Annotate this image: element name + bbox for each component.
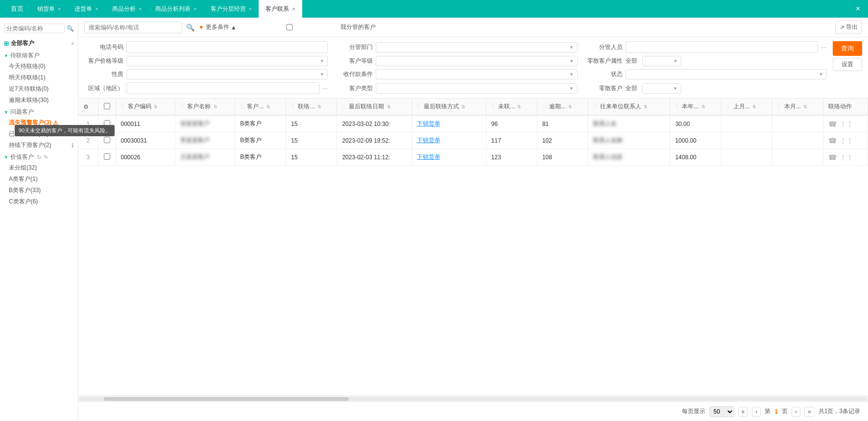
th-unit-contact[interactable]: :: 往来单位联系人 ⇅ xyxy=(588,99,670,115)
nature-select[interactable]: ▼ xyxy=(126,69,328,79)
nav-home[interactable]: 首页 xyxy=(4,0,30,18)
sidebar-item-class-c[interactable]: C类客户(6) xyxy=(0,196,78,207)
sort-icon-overdue: ⇅ xyxy=(568,104,572,109)
sort-icon-name: ⇅ xyxy=(214,104,217,109)
region-input[interactable] xyxy=(126,82,319,94)
row-method-1[interactable]: 下销货单 xyxy=(411,115,486,132)
contact-icon-2[interactable]: ☎ xyxy=(828,137,837,145)
status-select[interactable]: ▼ xyxy=(626,69,827,79)
nav-customer-contact[interactable]: 客户联系 × xyxy=(259,0,302,18)
row-method-3[interactable]: 下销货单 xyxy=(411,149,486,166)
customer-type-select[interactable]: ▼ xyxy=(376,83,577,94)
sidebar-item-7days[interactable]: 近7天待联络(0) xyxy=(0,83,78,95)
th-uncontacted[interactable]: :: 未联... ⇅ xyxy=(486,99,537,115)
more-conditions-button[interactable]: ▼ 更多条件 ▲ xyxy=(198,23,237,31)
th-name[interactable]: :: 客户名称 ⇅ xyxy=(175,99,235,115)
th-this-month[interactable]: :: 本月... ⇅ xyxy=(772,99,823,115)
retail-customer-select[interactable]: ▼ xyxy=(642,83,681,94)
problem-customer-group[interactable]: ▼ 问题客户 xyxy=(0,106,78,117)
more-actions-icon-3[interactable]: ⋮⋮ xyxy=(840,153,853,161)
my-customers-check[interactable] xyxy=(241,24,338,30)
close-sales-tab[interactable]: × xyxy=(58,6,61,12)
search-button[interactable]: 🔍 xyxy=(186,24,194,31)
all-customers-header[interactable]: ⊞ 全部客户 « xyxy=(0,37,78,50)
close-product-list-tab[interactable]: × xyxy=(193,6,196,12)
value-customer-group[interactable]: ▼ 价值客户 ↻ ✎ xyxy=(0,151,78,162)
close-customer-tier-tab[interactable]: × xyxy=(249,6,252,12)
retail-attr-select[interactable]: ▼ xyxy=(642,56,681,66)
more-actions-icon-1[interactable]: ⋮⋮ xyxy=(840,120,853,128)
triangle-down-icon2: ▼ xyxy=(4,110,8,115)
more-actions-icon-2[interactable]: ⋮⋮ xyxy=(840,137,853,145)
horizontal-scrollbar[interactable] xyxy=(78,396,868,401)
setting-button[interactable]: 设置 xyxy=(833,58,862,71)
first-page-button[interactable]: « xyxy=(738,407,748,417)
row-year-3: 1408.00 xyxy=(670,149,721,166)
region-more-icon[interactable]: ··· xyxy=(322,84,328,92)
row-method-2[interactable]: 下销货单 xyxy=(411,132,486,149)
sidebar-item-class-b[interactable]: B类客户(33) xyxy=(0,185,78,196)
customer-tier-select[interactable]: ▼ xyxy=(376,56,577,66)
th-checkbox[interactable] xyxy=(98,99,116,115)
sidebar-item-today[interactable]: 今天待联络(0) xyxy=(0,61,78,72)
close-customer-contact-tab[interactable]: × xyxy=(292,6,295,12)
close-all-button[interactable]: × xyxy=(852,4,864,13)
col-drag-icon10: :: xyxy=(675,103,678,110)
payment-select[interactable]: ▼ xyxy=(376,69,577,79)
last-page-button[interactable]: » xyxy=(804,407,815,417)
nav-customer-tier[interactable]: 客户分层经营 × xyxy=(204,0,259,18)
th-last-method[interactable]: :: 最后联络方式 ⇅ xyxy=(411,99,486,115)
payment-label: 收付款条件 xyxy=(334,70,373,78)
close-product-analysis-tab[interactable]: × xyxy=(139,6,142,12)
th-last-date[interactable]: :: 最后联络日期 ⇅ xyxy=(337,99,411,115)
sidebar-item-class-a[interactable]: A类客户(1) xyxy=(0,173,78,185)
phone-input[interactable] xyxy=(126,41,328,53)
my-customers-checkbox[interactable]: 我分管的客户 xyxy=(241,23,376,31)
prev-page-button[interactable]: ‹ xyxy=(752,407,761,417)
row-checkbox-3[interactable] xyxy=(98,149,116,166)
next-page-button[interactable]: › xyxy=(792,407,800,417)
per-page-select[interactable]: 50 100 200 xyxy=(709,406,734,417)
refresh-icon[interactable]: ↻ xyxy=(37,154,42,161)
collapse-sidebar-icon[interactable]: « xyxy=(71,41,74,46)
sidebar-item-overdue[interactable]: 逾期未联络(30) xyxy=(0,95,78,106)
status-arrow-icon: ▼ xyxy=(819,72,823,77)
contact-icon-3[interactable]: ☎ xyxy=(828,153,837,161)
scroll-thumb[interactable] xyxy=(104,397,349,401)
manager-more-icon[interactable]: ··· xyxy=(821,43,827,51)
close-purchase-tab[interactable]: × xyxy=(95,6,98,12)
th-code[interactable]: :: 客户编码 ⇅ xyxy=(116,99,175,115)
th-type[interactable]: :: 客户... ⇅ xyxy=(235,99,286,115)
manager-input[interactable] xyxy=(626,41,819,53)
nav-purchase[interactable]: 进货单 × xyxy=(68,0,105,18)
table-row: 3 000026 王某某客户 B类客户 15 2023-02-03 11:12:… xyxy=(78,149,868,166)
row-year-2: 1000.00 xyxy=(670,132,721,149)
category-search-input[interactable] xyxy=(4,24,65,33)
price-tier-select[interactable]: ▼ xyxy=(126,56,328,66)
sidebar-item-tomorrow[interactable]: 明天待联络(1) xyxy=(0,72,78,83)
th-settings[interactable]: ⚙ xyxy=(78,99,98,115)
dept-select[interactable]: ▼ xyxy=(376,42,577,52)
select-all-checkbox[interactable] xyxy=(104,103,110,109)
query-button[interactable]: 查询 xyxy=(833,41,862,56)
th-this-year[interactable]: :: 本年... ⇅ xyxy=(670,99,721,115)
contact-icon-1[interactable]: ☎ xyxy=(828,120,837,128)
pending-contact-group[interactable]: ▼ 待联络客户 xyxy=(0,50,78,61)
nav-sales[interactable]: 销货单 × xyxy=(30,0,68,18)
row-code-3: 000026 xyxy=(116,149,175,166)
search-input[interactable] xyxy=(84,22,182,33)
nav-product-list[interactable]: 商品分析列表 × xyxy=(148,0,203,18)
th-contact[interactable]: :: 联络... ⇅ xyxy=(286,99,337,115)
search-icon[interactable]: 🔍 xyxy=(67,25,74,32)
export-button[interactable]: ↗ 导出 xyxy=(835,21,862,34)
sidebar-item-declining[interactable]: 持续下滑客户(2) ℹ xyxy=(0,140,78,151)
sidebar-item-ungrouped[interactable]: 未分组(32) xyxy=(0,162,78,173)
th-overdue[interactable]: :: 逾期... ⇅ xyxy=(537,99,588,115)
customer-type-arrow-icon: ▼ xyxy=(569,86,574,91)
scroll-track[interactable] xyxy=(79,397,867,401)
nav-product-analysis[interactable]: 商品分析 × xyxy=(105,0,148,18)
edit-group-icon[interactable]: ✎ xyxy=(44,154,48,161)
th-last-month[interactable]: :: 上月... ⇅ xyxy=(721,99,772,115)
row-last-month-1 xyxy=(721,115,772,132)
info-icon2[interactable]: ℹ xyxy=(72,142,74,149)
